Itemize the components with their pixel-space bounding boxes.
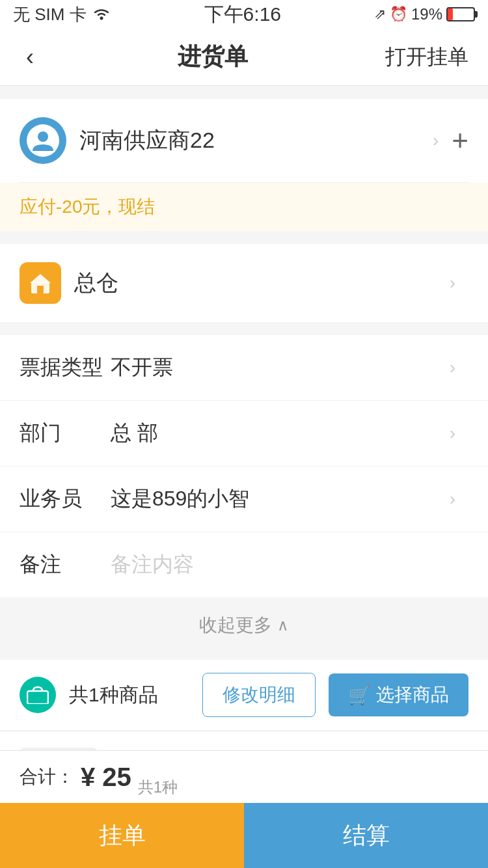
supplier-avatar	[20, 117, 66, 164]
summary-row: 合计： ¥ 25 共1种	[0, 751, 488, 803]
select-product-icon: 🛒	[348, 685, 371, 706]
back-button[interactable]: ‹	[20, 37, 40, 77]
section-divider-2	[0, 231, 488, 244]
nav-bar: ‹ 进货单 打开挂单	[0, 29, 488, 86]
supplier-section: 河南供应商22 › + 应付-20元，现结	[0, 99, 488, 231]
section-divider-3	[0, 322, 488, 335]
item-count: 共1种	[138, 777, 178, 798]
page-title: 进货单	[178, 41, 248, 73]
department-chevron: ›	[450, 423, 455, 444]
product-header-divider	[0, 730, 488, 731]
salesperson-value: 这是859的小智	[111, 485, 450, 513]
hang-order-button[interactable]: 挂单	[0, 803, 244, 868]
collapse-text: 收起更多	[199, 613, 272, 638]
svg-marker-3	[30, 274, 51, 283]
salesperson-label: 业务员	[20, 485, 111, 513]
remark-row[interactable]: 备注 备注内容	[0, 532, 488, 597]
gps-icon: ⇗	[374, 6, 386, 23]
warning-text: 应付-20元，现结	[20, 197, 155, 217]
avatar-icon	[27, 124, 59, 157]
supplier-row[interactable]: 河南供应商22 › +	[0, 99, 488, 182]
warehouse-section: 总仓 ›	[0, 244, 488, 322]
svg-rect-4	[37, 286, 44, 293]
warehouse-row[interactable]: 总仓 ›	[0, 244, 488, 322]
product-count-text: 共1种商品	[69, 682, 189, 709]
salesperson-chevron: ›	[450, 489, 455, 509]
department-label: 部门	[20, 419, 111, 448]
product-header: 共1种商品 修改明细 🛒 选择商品	[0, 660, 488, 730]
status-right: ⇗ ⏰ 19%	[374, 5, 475, 23]
open-pending-button[interactable]: 打开挂单	[385, 43, 468, 72]
salesperson-row[interactable]: 业务员 这是859的小智 ›	[0, 467, 488, 532]
department-row[interactable]: 部门 总 部 ›	[0, 401, 488, 467]
warehouse-icon	[20, 262, 61, 304]
svg-rect-5	[27, 691, 48, 704]
warning-banner: 应付-20元，现结	[0, 183, 488, 231]
invoice-type-label: 票据类型	[20, 353, 111, 382]
carrier-text: 无 SIM 卡	[13, 3, 87, 26]
collapse-row[interactable]: 收起更多 ∧	[0, 597, 488, 653]
svg-point-0	[100, 16, 103, 20]
settle-button[interactable]: 结算	[244, 803, 488, 868]
total-amount: ¥ 25	[81, 763, 131, 792]
department-value: 总 部	[111, 419, 450, 448]
warehouse-chevron-icon: ›	[450, 273, 455, 293]
supplier-name: 河南供应商22	[79, 126, 433, 156]
status-left: 无 SIM 卡	[13, 3, 111, 26]
chevron-right-icon: ›	[433, 130, 439, 151]
bottom-actions: 挂单 结算	[0, 803, 488, 868]
total-label: 合计：	[20, 765, 74, 789]
select-product-label: 选择商品	[376, 683, 449, 707]
section-divider-1	[0, 86, 488, 99]
svg-point-1	[38, 131, 48, 142]
collapse-icon: ∧	[277, 616, 289, 634]
alarm-icon: ⏰	[390, 6, 407, 23]
wifi-icon	[92, 5, 111, 25]
invoice-type-value: 不开票	[111, 353, 450, 382]
battery-percent: 19%	[411, 5, 442, 23]
bottom-bar: 合计： ¥ 25 共1种 挂单 结算	[0, 750, 488, 868]
product-count-icon	[20, 677, 56, 713]
invoice-type-row[interactable]: 票据类型 不开票 ›	[0, 335, 488, 401]
edit-detail-button[interactable]: 修改明细	[202, 673, 316, 717]
warehouse-name: 总仓	[74, 268, 450, 298]
add-supplier-button[interactable]: +	[452, 126, 468, 155]
small-divider	[0, 653, 488, 660]
invoice-type-chevron: ›	[450, 357, 455, 378]
remark-input[interactable]: 备注内容	[111, 550, 468, 579]
form-section: 票据类型 不开票 › 部门 总 部 › 业务员 这是859的小智 › 备注 备注…	[0, 335, 488, 597]
status-time: 下午6:16	[204, 1, 281, 28]
status-bar: 无 SIM 卡 下午6:16 ⇗ ⏰ 19%	[0, 0, 488, 29]
remark-label: 备注	[20, 550, 111, 579]
select-product-button[interactable]: 🛒 选择商品	[329, 673, 468, 716]
battery-icon	[446, 7, 475, 21]
